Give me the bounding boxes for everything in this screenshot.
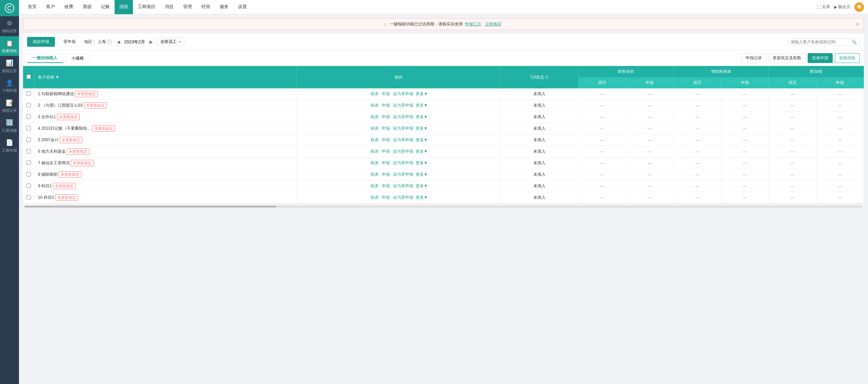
batch-declare-button[interactable]: 批量申报 [808,53,833,63]
row-select-checkbox[interactable] [26,126,31,130]
action-more[interactable]: 更多▼ [416,126,428,131]
horizontal-scrollbar[interactable] [23,204,864,209]
action-zero-declare[interactable]: 设为零申报 [393,126,413,131]
action-declare[interactable]: 申报 [382,161,390,165]
action-more[interactable]: 更多▼ [416,172,428,177]
tax-declare-tab[interactable]: 税款申报 [27,37,55,47]
nav-services[interactable]: 服务 [215,0,233,14]
action-zero-declare[interactable]: 设为零申报 [393,91,413,96]
action-declare[interactable]: 申报 [382,184,390,188]
nav-home[interactable]: 首页 [23,0,41,14]
nav-billing[interactable]: 收费 [60,0,78,14]
action-declare[interactable]: 申报 [382,114,390,119]
row-select-checkbox[interactable] [26,137,31,142]
action-zero-declare[interactable]: 设为零申报 [393,161,413,165]
action-zero-declare[interactable]: 设为零申报 [393,195,413,200]
action-declare[interactable]: 申报 [382,195,390,200]
action-declare[interactable]: 申报 [382,91,390,96]
record-button[interactable]: 申报记录 [741,53,766,63]
sidebar-item-batch-tax[interactable]: 📋 批量报税 [0,36,19,56]
user-avatar[interactable]: 畅 [854,2,864,12]
collect-button[interactable]: 收取回执 [835,53,860,63]
row-select-checkbox[interactable] [26,149,31,153]
small-scale-tab[interactable]: 小规模 [66,54,90,63]
upgrade-button[interactable]: ▶ 畅会员 [834,4,850,10]
sidebar-item-tax-overview[interactable]: 📊 报税总览 [0,56,19,76]
action-tax-table[interactable]: 税表 [371,184,379,188]
action-tax-table[interactable]: 税表 [371,91,379,96]
row-select-checkbox[interactable] [26,195,31,199]
table-row: 1 勾勒新税网络通信 未更新核定 税表 申报 设为零申报 更多▼ 未填入 — —… [23,88,864,100]
nav-messages[interactable]: 消息 [160,0,178,14]
sidebar-item-batch-tax-label: 批量报税 [2,48,17,53]
banner-link-buy[interactable]: 立即购买 [485,21,501,27]
status-badge: 未更新核定 [60,137,82,143]
nav-clients[interactable]: 客户 [41,0,60,14]
nav-invoices[interactable]: 票据 [78,0,96,14]
nav-operations[interactable]: 经营 [197,0,215,14]
action-more[interactable]: 更多▼ [416,114,428,119]
row-declare-3: — [816,192,864,204]
region-info-icon[interactable]: i [107,40,112,44]
staff-selector[interactable]: 全部员工 ▼ [157,38,184,46]
action-zero-declare[interactable]: 设为零申报 [393,172,413,177]
banner-link-report[interactable]: 申报汇总 [465,21,481,27]
select-all-checkbox[interactable] [26,74,31,79]
action-declare[interactable]: 申报 [382,126,390,131]
zero-declare-tab[interactable]: 零申报 [58,37,81,47]
action-zero-declare[interactable]: 设为零申报 [393,149,413,154]
banner-close-button[interactable]: ✕ [855,22,860,27]
action-declare[interactable]: 申报 [382,172,390,177]
sidebar-item-tax-records[interactable]: 📝 报税记录 [0,96,19,116]
row-select-checkbox[interactable] [26,103,31,107]
action-declare[interactable]: 申报 [382,103,390,108]
action-tax-table[interactable]: 税表 [371,149,379,154]
sidebar-item-tax-settings[interactable]: ⚙ 报税设置 [0,16,19,36]
th-ca-status: CA状态 C [500,66,578,88]
action-tax-table[interactable]: 税表 [371,195,379,200]
nav-business[interactable]: 工商项目 [133,0,160,14]
action-more[interactable]: 更多▼ [416,149,428,154]
action-tax-table[interactable]: 税表 [371,137,379,142]
row-declare-3: — [816,111,864,123]
action-zero-declare[interactable]: 设为零申报 [393,103,413,108]
action-tax-table[interactable]: 税表 [371,161,379,165]
search-icon[interactable]: 🔍 [852,40,857,44]
row-declare-2: — [721,180,769,192]
action-more[interactable]: 更多▼ [416,103,428,108]
fullscreen-button[interactable]: ⛶ 全屏 [817,4,830,10]
search-input[interactable] [791,40,852,44]
action-zero-declare[interactable]: 设为零申报 [393,114,413,119]
update-button[interactable]: 更新统定及取数 [768,53,806,63]
sidebar-item-annual-report[interactable]: 📄 工商年报 [0,135,19,155]
sidebar-item-personal-tax[interactable]: 👤 个税申报 [0,76,19,96]
action-more[interactable]: 更多▼ [416,195,428,200]
action-more[interactable]: 更多▼ [416,137,428,142]
row-select-checkbox[interactable] [26,91,31,96]
sort-icon[interactable]: ▼ [55,75,59,80]
row-select-checkbox[interactable] [26,161,31,165]
action-more[interactable]: 更多▼ [416,161,428,165]
action-declare[interactable]: 申报 [382,137,390,142]
action-declare[interactable]: 申报 [382,149,390,154]
action-zero-declare[interactable]: 设为零申报 [393,137,413,142]
row-select-checkbox[interactable] [26,184,31,188]
action-zero-declare[interactable]: 设为零申报 [393,184,413,188]
action-more[interactable]: 更多▼ [416,91,428,96]
action-tax-table[interactable]: 税表 [371,103,379,108]
row-select-checkbox[interactable] [26,114,31,119]
sidebar-item-annual-settlement[interactable]: 🔢 汇算清缴 [0,115,19,135]
date-prev-button[interactable]: ◀ [115,38,122,46]
action-more[interactable]: 更多▼ [416,184,428,188]
action-tax-table[interactable]: 税表 [371,172,379,177]
action-tax-table[interactable]: 税表 [371,114,379,119]
row-select-checkbox[interactable] [26,172,31,176]
nav-tax[interactable]: 报税 [115,0,133,14]
general-taxpayer-tab[interactable]: 一般的纳税人 [27,54,63,63]
date-next-button[interactable]: ▶ [147,38,155,46]
action-tax-table[interactable]: 税表 [371,126,379,131]
nav-accounting[interactable]: 记账 [96,0,115,14]
row-declare-1: — [626,88,673,100]
nav-settings[interactable]: 设置 [233,0,252,14]
nav-management[interactable]: 管理 [178,0,197,14]
